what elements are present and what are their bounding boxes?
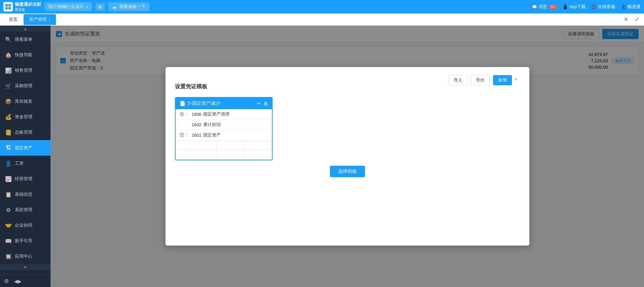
sidebar-item-quick-nav[interactable]: 🏠 快捷导航 [0,47,51,63]
template-doc-icon: 📄 [180,101,185,106]
svg-rect-1 [8,4,11,6]
company-name: 医疗器械行业演示 [49,4,84,10]
gear-icon: ⚙ [98,4,102,9]
template-header-actions: ✏ 🗑 [257,101,268,106]
sidebar: ▲ 🔍 搜索菜单 🏠 快捷导航 📊 销售管理 🛒 采购管理 📦 库存核算 💰 资… [0,26,51,287]
sidebar-collapse-icon[interactable]: ◀▶ [14,279,22,284]
sidebar-item-inventory[interactable]: 📦 库存核算 [0,94,51,109]
sidebar-base-info-label: 基础信息 [15,191,32,197]
guide-icon: 📖 [5,238,11,244]
select-template-btn[interactable]: 选择模板 [330,166,365,177]
dropdown-icon: ▾ [86,5,88,9]
sidebar-operations-label: 经营管理 [15,176,32,182]
content-area: ◀ 生成的凭证预览 批量调凭模板 全部生成凭证 ✓ 变动类型：资产清 资产名称：… [51,26,644,287]
online-service-btn[interactable]: 🎧 在线客服 [591,4,615,10]
user-name: 畅捷通 [627,4,641,10]
sidebar-item-fixed-assets[interactable]: 🏗 固定资产 [0,140,51,156]
modal-close-btn[interactable]: × [512,75,520,83]
messages-badge: 99+ [549,5,557,9]
purchase-icon: 🛒 [5,83,11,89]
sidebar-sales-label: 销售管理 [15,67,32,73]
sidebar-item-ledger[interactable]: 📒 总账管理 [0,125,51,140]
sidebar-purchase-label: 采购管理 [15,83,32,89]
company-selector[interactable]: 医疗器械行业演示 ▾ [44,2,92,11]
home-icon: 🏠 [5,52,11,58]
sidebar-guide-label: 新手引导 [15,238,32,244]
template-number-name: 5-固定资产减少 [188,100,220,106]
logo-area: 畅捷通好业财 普及版 [3,1,41,12]
user-btn[interactable]: 👤 畅捷通 [621,4,641,10]
messages-btn[interactable]: 💬 消息 99+ [532,4,557,10]
entry-code-1: 1602 [192,122,202,127]
nav-tabs-row: 首页 资产管理 × ✕ ⤢ [0,13,644,26]
main-layout: ▲ 🔍 搜索菜单 🏠 快捷导航 📊 销售管理 🛒 采购管理 📦 库存核算 💰 资… [0,26,644,287]
entry-code-0: 1606 [192,112,202,117]
sidebar-item-purchase[interactable]: 🛒 采购管理 [0,78,51,94]
empty-cell-2 [189,141,217,150]
tab-asset-label: 资产管理 [29,17,47,23]
sidebar-item-search[interactable]: 🔍 搜索菜单 [0,32,51,47]
sidebar-quick-nav-label: 快捷导航 [15,52,32,58]
template-edit-icon[interactable]: ✏ [257,101,261,106]
new-btn[interactable]: 新增 [493,75,512,85]
window-expand-btn[interactable]: ⤢ [633,15,641,24]
app-download-btn[interactable]: 📱 App下载 [562,4,586,10]
tab-asset-management[interactable]: 资产管理 × [24,14,56,25]
inventory-icon: 📦 [5,98,11,104]
svg-rect-3 [8,7,11,9]
experience-btn[interactable]: ☁ 我要体验一下 [108,2,150,11]
import-btn[interactable]: 导入 [449,75,467,85]
empty-cell-8 [244,150,272,160]
sidebar-item-payroll[interactable]: 👤 工资 [0,156,51,171]
operations-icon: 📈 [5,176,11,182]
empty-cell-3 [217,141,244,150]
sidebar-item-operations[interactable]: 📈 经营管理 [0,171,51,187]
tab-home[interactable]: 首页 [3,14,23,25]
tab-home-label: 首页 [9,17,18,23]
empty-cell-4 [244,141,272,150]
sidebar-item-finance[interactable]: 💰 资金管理 [0,109,51,125]
edition-label: 普及版 [15,7,41,12]
finance-icon: 💰 [5,114,11,120]
search-icon: 🔍 [5,36,11,42]
empty-cell-7 [217,150,244,160]
topbar-right: 💬 消息 99+ 📱 App下载 🎧 在线客服 👤 畅捷通 [532,4,641,10]
sidebar-fixed-assets-label: 固定资产 [15,145,32,151]
settings-icon-top[interactable]: ⚙ [95,3,105,11]
sidebar-scroll-up[interactable]: ▲ [0,26,51,32]
sidebar-item-app-center[interactable]: 🔲 应用中心 [0,249,51,264]
entry-side-0: 借： [180,111,190,117]
sidebar-app-center-label: 应用中心 [15,253,32,259]
sidebar-finance-label: 资金管理 [15,114,32,120]
entry-side-2: 贷： [180,132,190,138]
messages-label: 消息 [539,4,547,10]
sidebar-settings-icon[interactable]: ⚙ [4,278,9,284]
topbar: 畅捷通好业财 普及版 医疗器械行业演示 ▾ ⚙ ☁ 我要体验一下 💬 消息 99… [0,0,644,13]
window-close-btn[interactable]: ✕ [622,15,630,24]
empty-cell-1 [176,141,189,150]
enterprise-icon: 🤝 [5,222,11,228]
base-info-icon: 📋 [5,191,11,197]
template-delete-icon[interactable]: 🗑 [264,101,268,106]
template-card: 📄 5-固定资产减少 ✏ 🗑 借： 1606 [175,97,273,160]
modal-title: 设置凭证模板 [175,83,207,90]
export-btn[interactable]: 导出 [471,75,490,85]
sidebar-scroll-down[interactable]: ▼ [0,264,51,270]
template-card-body: 借： 1606 固定资产清理 1602 累计折旧 贷： 1601 固定 [176,109,272,160]
template-entry-1: 1602 累计折旧 [176,120,272,130]
sidebar-system-label: 系统管理 [15,207,32,213]
app-download-label: App下载 [569,4,586,10]
sidebar-item-sales[interactable]: 📊 销售管理 [0,63,51,78]
template-entry-0: 借： 1606 固定资产清理 [176,109,272,120]
svg-rect-0 [5,4,8,6]
message-icon: 💬 [532,4,537,9]
phone-icon: 📱 [562,4,568,9]
sidebar-item-guide[interactable]: 📖 新手引导 [0,233,51,249]
sidebar-item-base-info[interactable]: 📋 基础信息 [0,187,51,202]
entry-account-0: 固定资产清理 [203,111,229,117]
empty-cell-6 [189,150,217,160]
sidebar-item-enterprise[interactable]: 🤝 企业协同 [0,218,51,233]
tab-close-icon[interactable]: × [49,18,51,22]
template-card-header: 📄 5-固定资产减少 ✏ 🗑 [176,98,272,109]
sidebar-item-system[interactable]: ⚙ 系统管理 [0,202,51,218]
